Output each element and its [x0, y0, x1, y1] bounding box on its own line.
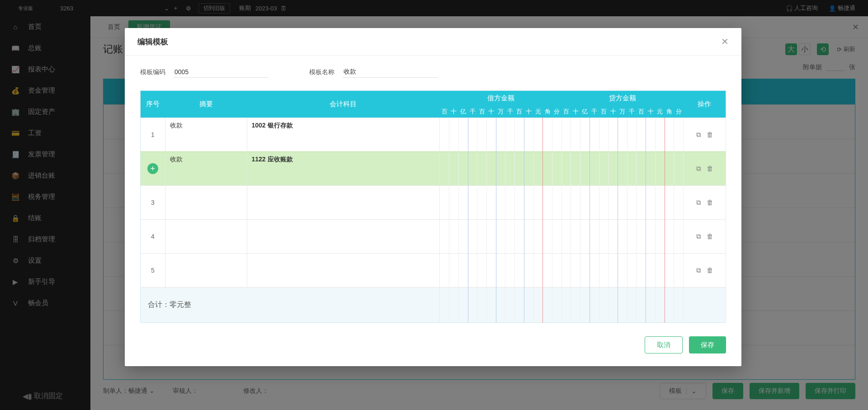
digit-cell[interactable]	[524, 254, 533, 287]
digit-cell[interactable]	[674, 118, 684, 152]
digit-cell[interactable]	[449, 186, 459, 220]
digit-cell[interactable]	[496, 287, 505, 323]
digit-cell[interactable]	[599, 220, 609, 254]
digit-cell[interactable]	[486, 287, 496, 323]
digit-cell[interactable]	[561, 152, 571, 186]
digit-cell[interactable]	[609, 118, 618, 152]
digit-cell[interactable]	[599, 118, 609, 152]
digit-cell[interactable]	[646, 220, 656, 254]
digit-cell[interactable]	[543, 287, 552, 323]
digit-cell[interactable]	[552, 287, 561, 323]
digit-cell[interactable]	[468, 186, 477, 220]
digit-cell[interactable]	[477, 152, 487, 186]
digit-cell[interactable]	[524, 186, 533, 220]
digit-cell[interactable]	[543, 254, 552, 287]
template-row[interactable]: +收款1122 应收账款⧉🗑	[141, 152, 726, 186]
digit-cell[interactable]	[599, 152, 609, 186]
digit-cell[interactable]	[486, 254, 496, 287]
digit-cell[interactable]	[458, 287, 468, 323]
digit-cell[interactable]	[618, 220, 627, 254]
digit-cell[interactable]	[637, 186, 646, 220]
row-summary[interactable]	[165, 254, 247, 287]
row-account[interactable]	[247, 220, 440, 254]
digit-cell[interactable]	[646, 152, 656, 186]
digit-cell[interactable]	[561, 186, 571, 220]
digit-cell[interactable]	[665, 118, 674, 152]
copy-row-icon[interactable]: ⧉	[696, 266, 701, 274]
digit-cell[interactable]	[486, 118, 496, 152]
digit-cell[interactable]	[655, 186, 665, 220]
digit-cell[interactable]	[496, 118, 505, 152]
digit-cell[interactable]	[449, 254, 459, 287]
digit-cell[interactable]	[590, 118, 599, 152]
digit-cell[interactable]	[609, 186, 618, 220]
modal-close-button[interactable]: ✕	[721, 36, 729, 47]
digit-cell[interactable]	[618, 152, 627, 186]
cancel-button[interactable]: 取消	[645, 336, 683, 353]
digit-cell[interactable]	[477, 118, 487, 152]
digit-cell[interactable]	[655, 152, 665, 186]
digit-cell[interactable]	[449, 152, 459, 186]
copy-row-icon[interactable]: ⧉	[696, 232, 701, 240]
row-account[interactable]: 1122 应收账款	[247, 152, 440, 186]
digit-cell[interactable]	[637, 118, 646, 152]
digit-cell[interactable]	[524, 220, 533, 254]
digit-cell[interactable]	[505, 118, 515, 152]
digit-cell[interactable]	[618, 186, 627, 220]
digit-cell[interactable]	[449, 220, 459, 254]
digit-cell[interactable]	[571, 152, 580, 186]
digit-cell[interactable]	[533, 152, 543, 186]
digit-cell[interactable]	[533, 186, 543, 220]
digit-cell[interactable]	[571, 287, 580, 323]
digit-cell[interactable]	[552, 186, 561, 220]
digit-cell[interactable]	[599, 254, 609, 287]
digit-cell[interactable]	[496, 220, 505, 254]
digit-cell[interactable]	[665, 220, 674, 254]
digit-cell[interactable]	[477, 287, 487, 323]
delete-row-icon[interactable]: 🗑	[707, 198, 713, 206]
digit-cell[interactable]	[590, 287, 599, 323]
row-summary[interactable]: 收款	[165, 118, 247, 152]
digit-cell[interactable]	[627, 152, 637, 186]
digit-cell[interactable]	[674, 220, 684, 254]
digit-cell[interactable]	[674, 287, 684, 323]
delete-row-icon[interactable]: 🗑	[707, 232, 713, 240]
digit-cell[interactable]	[458, 186, 468, 220]
digit-cell[interactable]	[486, 186, 496, 220]
digit-cell[interactable]	[505, 220, 515, 254]
digit-cell[interactable]	[646, 287, 656, 323]
row-account[interactable]	[247, 186, 440, 220]
digit-cell[interactable]	[468, 287, 477, 323]
digit-cell[interactable]	[637, 254, 646, 287]
digit-cell[interactable]	[449, 118, 459, 152]
digit-cell[interactable]	[627, 287, 637, 323]
digit-cell[interactable]	[458, 152, 468, 186]
row-summary[interactable]	[165, 186, 247, 220]
digit-cell[interactable]	[561, 220, 571, 254]
digit-cell[interactable]	[505, 186, 515, 220]
digit-cell[interactable]	[580, 152, 590, 186]
digit-cell[interactable]	[468, 254, 477, 287]
digit-cell[interactable]	[505, 287, 515, 323]
digit-cell[interactable]	[440, 254, 449, 287]
digit-cell[interactable]	[590, 254, 599, 287]
digit-cell[interactable]	[637, 287, 646, 323]
digit-cell[interactable]	[571, 118, 580, 152]
digit-cell[interactable]	[599, 287, 609, 323]
digit-cell[interactable]	[440, 118, 449, 152]
digit-cell[interactable]	[496, 152, 505, 186]
digit-cell[interactable]	[486, 152, 496, 186]
digit-cell[interactable]	[590, 186, 599, 220]
digit-cell[interactable]	[533, 287, 543, 323]
digit-cell[interactable]	[609, 152, 618, 186]
digit-cell[interactable]	[637, 220, 646, 254]
digit-cell[interactable]	[665, 186, 674, 220]
digit-cell[interactable]	[571, 254, 580, 287]
digit-cell[interactable]	[505, 152, 515, 186]
digit-cell[interactable]	[646, 186, 656, 220]
digit-cell[interactable]	[496, 254, 505, 287]
digit-cell[interactable]	[571, 220, 580, 254]
digit-cell[interactable]	[609, 287, 618, 323]
digit-cell[interactable]	[440, 152, 449, 186]
digit-cell[interactable]	[674, 254, 684, 287]
